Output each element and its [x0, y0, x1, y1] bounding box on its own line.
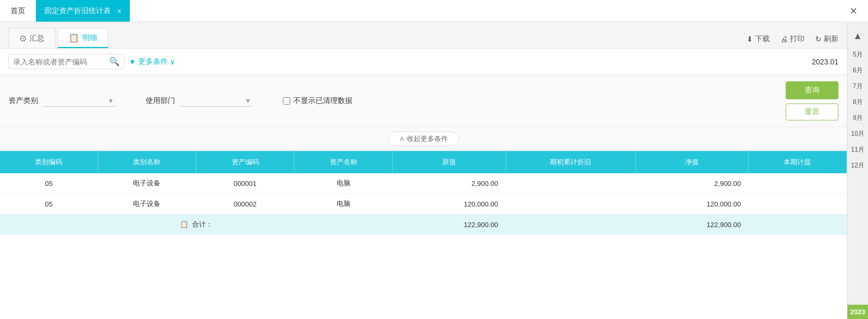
query-button[interactable]: 查询 [786, 81, 838, 99]
sidebar-year[interactable]: 2023 [847, 305, 868, 319]
col-current-dep: 本期计提 [748, 151, 846, 173]
search-input[interactable] [13, 58, 109, 66]
detail-icon: 📋 [69, 33, 79, 43]
usage-dept-label: 使用部门 [146, 96, 175, 106]
asset-category-label: 资产类别 [8, 96, 38, 106]
cell-current-dep [748, 194, 846, 214]
total-original-value: 122,900.00 [393, 214, 505, 235]
no-clear-label: 不显示已清理数据 [293, 96, 352, 106]
collapse-button[interactable]: ∧ 收起更多条件 [388, 132, 459, 146]
total-net-value: 122,900.00 [635, 214, 748, 235]
asset-category-select-wrap: ▼ [42, 96, 116, 107]
usage-dept-filter: 使用部门 ▼ [146, 96, 262, 107]
search-bar: 🔍 ▼ 更多条件 ∨ 2023.01 [0, 49, 847, 75]
cell-asset-code: 000001 [196, 173, 294, 194]
sidebar-month-item[interactable]: 11月 [851, 142, 864, 157]
filter-row: 资产类别 ▼ 使用部门 ▼ 不显示已清理数 [0, 75, 847, 127]
asset-category-select[interactable] [42, 96, 116, 107]
total-current-dep [748, 214, 846, 235]
cell-category-name: 电子设备 [98, 194, 196, 214]
data-table: 类别编码 类别名称 资产编码 资产名称 原值 期初累计折旧 净值 本期计提 05… [0, 151, 847, 235]
main-panel: ⊙ 汇总 📋 明细 ⬇ 下载 🖨 打印 ↻ 刷新 [0, 22, 847, 319]
table-total-row: 📋 合计： 122,900.00 122,900.00 [0, 214, 847, 235]
total-label: 📋 合计： [0, 214, 393, 235]
cell-category-code: 05 [0, 173, 98, 194]
cell-category-code: 05 [0, 194, 98, 214]
col-net-value: 净值 [635, 151, 748, 173]
cell-category-name: 电子设备 [98, 173, 196, 194]
search-input-wrap: 🔍 [8, 54, 125, 69]
download-button[interactable]: ⬇ 下载 [747, 34, 770, 44]
tab-close-button[interactable]: × [117, 7, 121, 15]
cell-original-value: 2,900.00 [393, 173, 505, 194]
cell-accumulated-dep [505, 194, 635, 214]
tab-summary-label: 汇总 [30, 34, 44, 43]
sidebar-month-item[interactable]: 8月 [851, 94, 864, 110]
top-nav: 首页 固定资产折旧统计表 × ✕ [0, 0, 868, 22]
home-tab[interactable]: 首页 [0, 0, 36, 22]
refresh-button[interactable]: ↻ 刷新 [815, 34, 838, 44]
download-label: 下载 [755, 34, 770, 44]
print-icon: 🖨 [780, 35, 788, 43]
filter-icon: ▼ [129, 58, 136, 66]
window-close-button[interactable]: ✕ [839, 0, 868, 22]
sidebar-month-item[interactable]: 6月 [851, 62, 864, 78]
reset-button[interactable]: 重置 [786, 104, 838, 120]
table-row: 05 电子设备 000002 电脑 120,000.00 120,000.00 [0, 194, 847, 214]
cell-asset-code: 000002 [196, 194, 294, 214]
col-category-name: 类别名称 [98, 151, 196, 173]
toolbar-right: ⬇ 下载 🖨 打印 ↻ 刷新 [747, 34, 838, 44]
download-icon: ⬇ [747, 35, 753, 43]
cell-net-value: 2,900.00 [635, 173, 748, 194]
action-buttons: 查询 重置 [786, 81, 838, 120]
col-accumulated-dep: 期初累计折旧 [505, 151, 635, 173]
refresh-icon: ↻ [815, 35, 822, 43]
sidebar-month-item[interactable]: 5月 [851, 46, 864, 62]
col-original-value: 原值 [393, 151, 505, 173]
table-row: 05 电子设备 000001 电脑 2,900.00 2,900.00 [0, 173, 847, 194]
table-wrap: 类别编码 类别名称 资产编码 资产名称 原值 期初累计折旧 净值 本期计提 05… [0, 151, 847, 319]
refresh-label: 刷新 [824, 34, 838, 44]
right-sidebar: ▲ 5月6月7月8月9月10月11月12月 2023 [847, 22, 868, 319]
sidebar-month-item[interactable]: 9月 [851, 110, 864, 126]
sub-tabs-bar: ⊙ 汇总 📋 明细 ⬇ 下载 🖨 打印 ↻ 刷新 [0, 22, 847, 49]
tab-detail-label: 明细 [82, 33, 97, 43]
chevron-down-icon: ∨ [170, 58, 175, 66]
cell-original-value: 120,000.00 [393, 194, 505, 214]
col-asset-name: 资产名称 [294, 151, 393, 173]
more-filters-button[interactable]: ▼ 更多条件 ∨ [129, 57, 175, 67]
summary-icon: ⊙ [20, 33, 26, 43]
asset-category-filter: 资产类别 ▼ [8, 96, 125, 107]
col-asset-code: 资产编码 [196, 151, 294, 173]
cell-asset-name: 电脑 [294, 194, 393, 214]
search-icon[interactable]: 🔍 [109, 57, 120, 67]
cell-asset-name: 电脑 [294, 173, 393, 194]
collapse-row: ∧ 收起更多条件 [0, 127, 847, 151]
more-filters-label: 更多条件 [138, 57, 168, 67]
active-tab-label: 固定资产折旧统计表 [44, 6, 111, 16]
no-clear-checkbox-group: 不显示已清理数据 [283, 96, 352, 106]
tab-detail[interactable]: 📋 明细 [58, 28, 108, 48]
print-label: 打印 [790, 34, 805, 44]
sidebar-month-item[interactable]: 10月 [851, 126, 864, 142]
usage-dept-select-wrap: ▼ [179, 96, 253, 107]
usage-dept-select[interactable] [179, 96, 253, 107]
sidebar-up-button[interactable]: ▲ [848, 26, 867, 45]
sidebar-month-item[interactable]: 12月 [851, 157, 864, 173]
sidebar-months: 5月6月7月8月9月10月11月12月 [851, 46, 864, 173]
total-icon: 📋 [180, 220, 188, 228]
content-area: ⊙ 汇总 📋 明细 ⬇ 下载 🖨 打印 ↻ 刷新 [0, 22, 868, 319]
active-tab[interactable]: 固定资产折旧统计表 × [36, 0, 130, 22]
sidebar-month-item[interactable]: 7月 [851, 78, 864, 94]
no-clear-checkbox[interactable] [283, 97, 290, 105]
total-accumulated-dep [505, 214, 635, 235]
col-category-code: 类别编码 [0, 151, 98, 173]
tab-summary[interactable]: ⊙ 汇总 [8, 28, 55, 48]
cell-accumulated-dep [505, 173, 635, 194]
print-button[interactable]: 🖨 打印 [780, 34, 805, 44]
table-header-row: 类别编码 类别名称 资产编码 资产名称 原值 期初累计折旧 净值 本期计提 [0, 151, 847, 173]
cell-net-value: 120,000.00 [635, 194, 748, 214]
cell-current-dep [748, 173, 846, 194]
date-display: 2023.01 [812, 58, 838, 66]
